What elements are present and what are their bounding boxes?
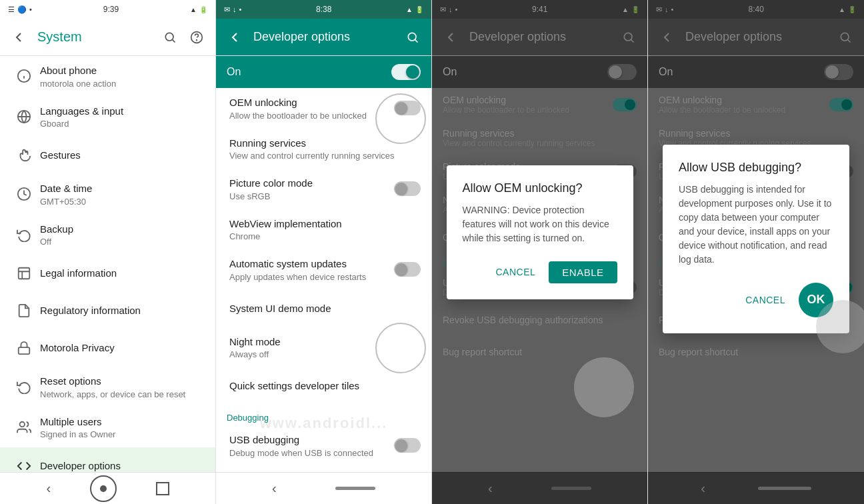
night-mode-content: Night mode Always off <box>227 335 421 360</box>
quick-settings-content: Quick settings developer tiles <box>227 379 421 393</box>
home-nav-1[interactable] <box>90 475 117 502</box>
status-right-2: ▲ 🔋 <box>406 6 423 13</box>
settings-item-developer[interactable]: Developer options <box>0 447 215 472</box>
usb-debugging-item[interactable]: USB debugging Debug mode when USB is con… <box>216 425 431 466</box>
usb-ok-button[interactable]: OK <box>799 283 833 317</box>
demo-mode-item[interactable]: System UI demo mode <box>216 290 431 327</box>
usb-dialog-title: Allow USB debugging? <box>679 161 833 175</box>
quick-settings-item[interactable]: Quick settings developer tiles <box>216 367 431 405</box>
status-left-icons-1: ☰ 🔵 • <box>8 5 32 14</box>
enable-circle <box>574 357 634 417</box>
wifi-icon-2: ▲ <box>406 6 413 13</box>
panel-oem-dialog: ✉ ↓ • 9:41 ▲ 🔋 Developer options On <box>432 0 648 504</box>
auto-updates-item[interactable]: Automatic system updates Apply updates w… <box>216 249 431 290</box>
picture-color-toggle[interactable] <box>394 181 421 196</box>
bottom-nav-1: ‹ <box>0 472 215 504</box>
regulatory-content: Regulatory information <box>37 304 205 317</box>
usb-cancel-button[interactable]: Cancel <box>737 283 793 317</box>
developer-title: Developer options <box>40 459 205 472</box>
settings-item-reset[interactable]: Reset options Network, apps, or device c… <box>0 367 215 407</box>
panel-usb-dialog: ✉ ↓ • 8:40 ▲ 🔋 Developer options On <box>648 0 864 504</box>
toolbar-developer: Developer options <box>216 19 431 56</box>
settings-item-gestures[interactable]: Gestures <box>0 137 215 174</box>
usb-debugging-subtitle: Debug mode when USB is connected <box>229 448 394 458</box>
oem-dialog-body: WARNING: Device protection features will… <box>463 203 617 245</box>
usb-debugging-toggle[interactable] <box>394 438 421 453</box>
running-services-item[interactable]: Running services View and control curren… <box>216 129 431 169</box>
on-label-2: On <box>227 66 391 78</box>
about-content: About phone motorola one action <box>37 64 205 89</box>
picture-color-item[interactable]: Picture color mode Use sRGB <box>216 169 431 209</box>
reset-title: Reset options <box>40 375 205 388</box>
night-mode-subtitle: Always off <box>229 349 421 359</box>
settings-item-backup[interactable]: Backup Off <box>0 215 215 255</box>
auto-updates-content: Automatic system updates Apply updates w… <box>227 257 394 282</box>
usb-dialog: Allow USB debugging? USB debugging is in… <box>663 145 849 333</box>
datetime-title: Date & time <box>40 182 205 195</box>
svg-rect-8 <box>19 268 30 279</box>
datetime-content: Date & time GMT+05:30 <box>37 182 205 207</box>
settings-item-about[interactable]: About phone motorola one action <box>0 56 215 97</box>
oem-cancel-button[interactable]: Cancel <box>488 261 544 283</box>
status-left-2: ✉ ↓ • <box>224 5 241 14</box>
dot-icon-2: • <box>239 5 242 14</box>
back-nav-1[interactable]: ‹ <box>46 481 51 496</box>
svg-rect-9 <box>19 347 30 354</box>
on-toggle-thumb-2 <box>406 65 419 79</box>
toolbar-title-2: Developer options <box>253 30 394 44</box>
battery-icon-1: 🔋 <box>199 6 207 13</box>
dot-icon-1: • <box>29 5 32 14</box>
settings-item-users[interactable]: Multiple users Signed in as Owner <box>0 407 215 448</box>
toolbar-title-1: System <box>37 29 151 45</box>
legal-content: Legal information <box>37 267 205 280</box>
developer-icon <box>11 459 37 472</box>
about-title: About phone <box>40 64 205 77</box>
recent-nav-1[interactable] <box>156 482 169 495</box>
email-icon-2: ✉ <box>224 5 230 14</box>
picture-color-content: Picture color mode Use sRGB <box>227 177 394 201</box>
usb-debugging-toggle-thumb <box>395 439 407 451</box>
search-button-2[interactable] <box>405 29 421 45</box>
back-button-2[interactable] <box>227 29 243 45</box>
settings-item-languages[interactable]: Languages & input Gboard <box>0 97 215 137</box>
settings-item-regulatory[interactable]: Regulatory information <box>0 292 215 329</box>
demo-mode-content: System UI demo mode <box>227 302 421 315</box>
backup-subtitle: Off <box>40 237 205 247</box>
auto-updates-toggle-thumb <box>395 263 407 275</box>
night-mode-item[interactable]: Night mode Always off <box>216 327 431 368</box>
languages-title: Languages & input <box>40 105 205 118</box>
back-nav-2[interactable]: ‹ <box>272 481 277 496</box>
oem-toggle[interactable] <box>394 101 421 115</box>
regulatory-icon <box>11 303 37 318</box>
on-toggle-2[interactable] <box>391 64 421 80</box>
webview-title: WebView implementation <box>229 217 421 231</box>
usb-dialog-actions: Cancel OK <box>679 283 833 317</box>
oem-unlocking-item[interactable]: OEM unlocking Allow the bootloader to be… <box>216 88 431 129</box>
demo-mode-title: System UI demo mode <box>229 302 421 315</box>
oem-dialog-overlay: Allow OEM unlocking? WARNING: Device pro… <box>432 0 647 504</box>
auto-updates-toggle[interactable] <box>394 262 421 277</box>
webview-item[interactable]: WebView implementation Chrome <box>216 209 431 250</box>
oem-enable-button[interactable]: Enable <box>549 261 617 283</box>
help-button-1[interactable] <box>189 29 205 45</box>
back-button-1[interactable] <box>11 29 27 45</box>
oem-title: OEM unlocking <box>229 96 394 109</box>
datetime-icon <box>11 187 37 201</box>
status-bar-2: ✉ ↓ • 8:38 ▲ 🔋 <box>216 0 431 19</box>
running-content: Running services View and control curren… <box>227 137 421 161</box>
settings-item-legal[interactable]: Legal information <box>0 255 215 292</box>
on-toggle-row-2[interactable]: On <box>216 56 431 88</box>
settings-item-privacy[interactable]: Motorola Privacy <box>0 329 215 367</box>
auto-updates-subtitle: Apply updates when device restarts <box>229 272 394 282</box>
users-content: Multiple users Signed in as Owner <box>37 415 205 440</box>
oem-subtitle: Allow the bootloader to be unlocked <box>229 111 394 121</box>
settings-item-datetime[interactable]: Date & time GMT+05:30 <box>0 174 215 215</box>
oem-dialog-title: Allow OEM unlocking? <box>463 181 617 195</box>
revoke-usb-item[interactable]: Revoke USB debugging authorizations <box>216 466 431 473</box>
privacy-icon <box>11 341 37 355</box>
legal-title: Legal information <box>40 267 205 280</box>
about-icon <box>11 69 37 83</box>
svg-point-0 <box>165 33 173 41</box>
search-button-1[interactable] <box>162 29 178 45</box>
users-icon <box>11 420 37 435</box>
